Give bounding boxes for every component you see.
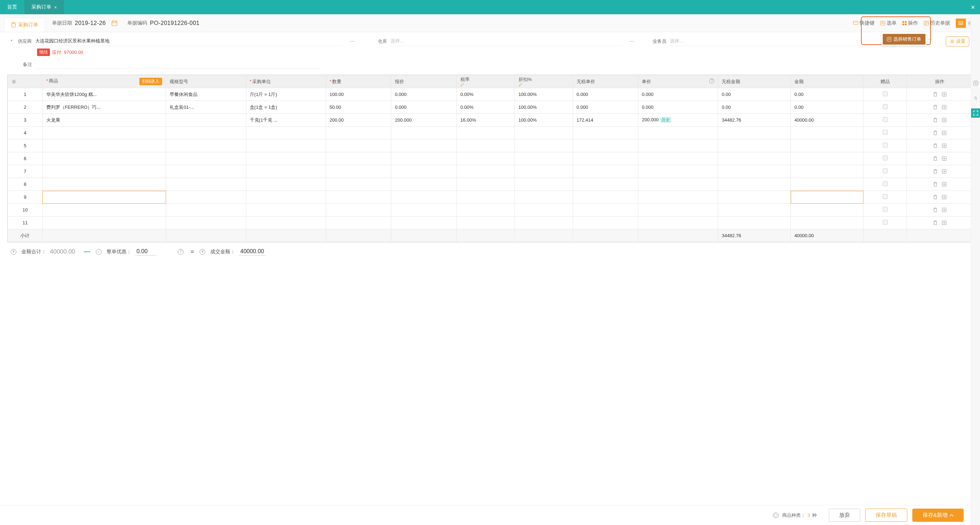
cell-gift[interactable] [864,101,907,114]
cell-quote[interactable] [391,139,457,152]
settings-button[interactable]: 设置 [946,37,969,46]
cell-spec[interactable] [166,114,246,127]
salesman-input[interactable]: 选择... [670,37,902,46]
cell-unit[interactable] [246,204,326,217]
cell-qty[interactable] [326,191,391,204]
col-price[interactable]: 单价? [638,75,718,88]
cell-product[interactable]: 费列罗（FERRERO）巧... [42,101,166,114]
cell-qty[interactable] [326,204,391,217]
cell-quote[interactable] [391,127,457,139]
cell-qty[interactable]: 200.00 [326,114,391,127]
checkbox[interactable] [883,117,888,122]
delete-icon[interactable] [933,92,938,97]
cell-quote[interactable] [391,217,457,229]
cell-notax-price[interactable] [573,127,638,139]
cell-spec[interactable]: 礼盒装01-... [166,101,246,114]
cell-price[interactable]: 0.000 [638,88,718,101]
add-icon[interactable] [942,144,947,148]
cell-price[interactable] [638,217,718,229]
cell-notax-amount[interactable] [718,127,791,139]
cell-spec[interactable] [166,152,246,165]
cell-discount[interactable]: 100.00% [515,88,573,101]
delete-icon[interactable] [933,207,938,212]
cell-unit[interactable]: 千克(1千克 ... [246,114,326,127]
cell-product[interactable] [42,139,166,152]
supplier-input[interactable]: 大连花园口经济区景和水果种植基地 [35,37,343,46]
cell-notax-price[interactable] [573,178,638,191]
warehouse-input[interactable]: 选择... [391,37,622,46]
cell-gift[interactable] [864,88,907,101]
add-icon[interactable] [942,182,947,187]
checkbox[interactable] [883,143,888,148]
add-icon[interactable] [942,220,947,225]
history-button[interactable]: 历史单据 [924,20,950,26]
cell-gift[interactable] [864,152,907,165]
cell-discount[interactable] [515,139,573,152]
add-icon[interactable] [942,195,947,199]
col-spec[interactable]: 规格型号 [166,75,246,88]
cell-discount[interactable]: 100.00% [515,101,573,114]
cell-unit[interactable] [246,178,326,191]
cell-notax-amount[interactable]: 0.00 [718,88,791,101]
checkbox[interactable] [883,155,888,161]
col-discount[interactable]: 折扣% [515,75,573,88]
add-icon[interactable] [942,105,947,110]
cell-gift[interactable] [864,127,907,139]
cell-notax-amount[interactable] [718,204,791,217]
cell-tax[interactable] [457,191,515,204]
delete-icon[interactable] [933,144,938,148]
expand-icon[interactable] [971,109,980,118]
cell-price[interactable] [638,191,718,204]
cell-amount[interactable] [791,191,864,204]
cell-tax[interactable] [457,217,515,229]
cell-product[interactable] [42,217,166,229]
cell-tax[interactable] [457,178,515,191]
delete-icon[interactable] [933,182,938,187]
more-icon[interactable]: ··· [350,38,355,44]
cell-quote[interactable] [391,191,457,204]
view-list-icon[interactable] [956,19,966,28]
cell-spec[interactable] [166,139,246,152]
cell-price[interactable]: 200.000历史 [638,114,718,127]
col-unit[interactable]: 采购单位 [246,75,326,88]
cell-notax-amount[interactable]: 34482.76 [718,114,791,127]
cell-tax[interactable] [457,152,515,165]
col-notax-price[interactable]: 无税单价 [573,75,638,88]
more-icon[interactable]: ··· [928,37,932,42]
checkbox[interactable] [883,91,888,96]
cell-spec[interactable] [166,165,246,178]
cell-spec[interactable] [166,127,246,139]
cell-qty[interactable] [326,217,391,229]
calendar-icon[interactable] [111,20,117,26]
col-tax[interactable]: 税率 [457,75,515,88]
cell-product[interactable]: 华美华夫软饼1200g 糕... [42,88,166,101]
cell-quote[interactable]: 200.000 [391,114,457,127]
deal-value[interactable]: 40000.00 [239,247,266,256]
shortcut-button[interactable]: 快捷键 [853,20,875,26]
cell-tax[interactable]: 16.00% [457,114,515,127]
col-amount[interactable]: 金额 [791,75,864,88]
cell-qty[interactable] [326,139,391,152]
cell-amount[interactable] [791,204,864,217]
add-icon[interactable] [942,207,947,212]
cell-notax-price[interactable]: 172.414 [573,114,638,127]
col-notax-amount[interactable]: 无税金额 [718,75,791,88]
cell-tax[interactable]: 0.00% [457,101,515,114]
cell-quote[interactable] [391,178,457,191]
cell-discount[interactable] [515,191,573,204]
cell-price[interactable] [638,204,718,217]
tab-purchase-order[interactable]: 采购订单 × [24,0,64,14]
cell-amount[interactable] [791,165,864,178]
cell-notax-price[interactable] [573,204,638,217]
checkbox[interactable] [883,104,888,109]
cell-spec[interactable] [166,191,246,204]
cell-gift[interactable] [864,217,907,229]
cell-quote[interactable]: 0.000 [391,101,457,114]
scan-button[interactable]: 扫码录入 [139,78,162,85]
checkbox[interactable] [883,220,888,225]
cell-product[interactable] [42,191,166,204]
select-sales-order-button[interactable]: 选择销售订单 [881,33,926,46]
cell-discount[interactable] [515,127,573,139]
delete-icon[interactable] [933,131,938,135]
cell-product[interactable] [42,204,166,217]
